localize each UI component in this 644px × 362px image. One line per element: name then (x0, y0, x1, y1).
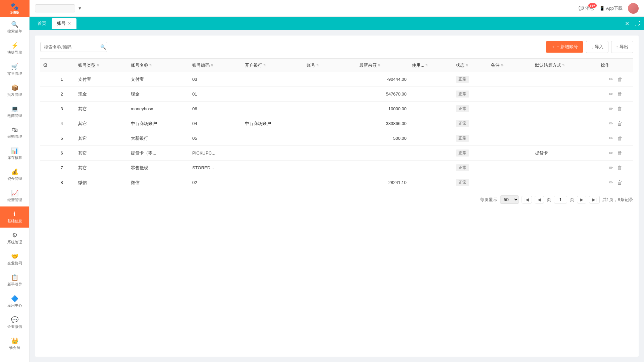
sort-bank-icon[interactable]: ⇅ (263, 63, 266, 67)
row-name-3: moneybosx (128, 102, 190, 116)
tab-account[interactable]: 账号 ✕ (52, 18, 76, 29)
row-code-5: 05 (190, 131, 242, 146)
sidebar-item-finance[interactable]: 💰 资金管理 (0, 164, 29, 185)
topbar-search-input[interactable] (38, 6, 68, 11)
table-row: 1 支付宝 支付宝 03 -90444.00 正常 ✏ 🗑 (40, 72, 633, 87)
row-note-8 (488, 175, 532, 190)
row-status-7: 正常 (453, 161, 488, 175)
row-use-4 (409, 116, 453, 131)
edit-button-2[interactable]: ✏ (607, 90, 614, 98)
row-no-8: 8 (58, 175, 75, 190)
sort-account-icon[interactable]: ⇅ (316, 63, 319, 67)
tab-account-close[interactable]: ✕ (68, 21, 71, 26)
sort-status-icon[interactable]: ⇅ (466, 63, 468, 67)
export-button[interactable]: ↑ 导出 (611, 41, 634, 53)
th-account[interactable]: 账号 ⇅ (304, 59, 357, 72)
tab-maximize-icon[interactable]: ⛶ (633, 19, 641, 28)
sort-default-icon[interactable]: ⇅ (562, 63, 565, 67)
sidebar-item-retail[interactable]: 🛒 零售管理 (0, 59, 29, 80)
sidebar-item-corpwechat[interactable]: 💬 企业微信 (0, 312, 29, 333)
sidebar-item-operation[interactable]: 📈 经营管理 (0, 185, 29, 206)
add-account-button[interactable]: ＋ + 新增账号 (546, 41, 583, 53)
edit-button-6[interactable]: ✏ (607, 149, 614, 157)
page-size-select[interactable]: 50 20 100 (500, 195, 519, 204)
row-settings-4 (40, 116, 58, 131)
topbar-dropdown[interactable]: ▼ (78, 6, 82, 11)
account-search-input[interactable] (44, 45, 100, 50)
edit-button-8[interactable]: ✏ (607, 179, 614, 186)
search-icon[interactable]: 🔍 (100, 44, 106, 50)
page-first-button[interactable]: |◀ (522, 196, 532, 203)
row-type-4: 其它 (75, 116, 128, 131)
row-status-8: 正常 (453, 175, 488, 190)
sort-balance-icon[interactable]: ⇅ (378, 63, 380, 67)
topbar-search-box[interactable] (35, 4, 75, 12)
delete-button-6[interactable]: 🗑 (616, 149, 624, 157)
sidebar-item-appcenter[interactable]: 🔷 应用中心 (0, 291, 29, 312)
sidebar-item-label: 批发管理 (7, 92, 22, 97)
th-balance[interactable]: 最新余额 ⇅ (357, 59, 409, 72)
th-code[interactable]: 账号编码 ⇅ (190, 59, 242, 72)
sidebar-item-purchase[interactable]: 🛍 采购管理 (0, 122, 29, 143)
th-default[interactable]: 默认结算方式 ⇅ (532, 59, 598, 72)
th-use[interactable]: 使用... ⇅ (409, 59, 453, 72)
sort-type-icon[interactable]: ⇅ (97, 63, 99, 67)
sidebar-item-inventory[interactable]: 📊 库存核算 (0, 143, 29, 164)
th-type[interactable]: 账号类型 ⇅ (75, 59, 128, 72)
edit-button-1[interactable]: ✏ (607, 75, 614, 83)
delete-button-1[interactable]: 🗑 (616, 76, 624, 83)
purchase-icon: 🛍 (12, 126, 18, 133)
row-status-1: 正常 (453, 72, 488, 87)
page-input[interactable] (554, 196, 567, 203)
sidebar-item-shortcut[interactable]: ⚡ 快捷导航 (0, 38, 29, 59)
import-button[interactable]: ↓ 导入 (586, 41, 608, 53)
sidebar-item-enterprise[interactable]: 🤝 企业协同 (0, 249, 29, 270)
delete-button-7[interactable]: 🗑 (616, 164, 624, 172)
page-next-button[interactable]: ▶ (577, 196, 586, 203)
app-download-button[interactable]: 📱 App下载 (599, 5, 623, 11)
edit-button-4[interactable]: ✏ (607, 120, 614, 127)
delete-button-4[interactable]: 🗑 (616, 120, 624, 127)
sort-code-icon[interactable]: ⇅ (211, 63, 213, 67)
row-balance-2: 547670.00 (357, 87, 409, 102)
message-button[interactable]: 💬 消息 99+ (579, 5, 594, 11)
delete-button-2[interactable]: 🗑 (616, 90, 624, 98)
delete-button-3[interactable]: 🗑 (616, 105, 624, 113)
settings-gear-icon[interactable]: ⚙ (43, 62, 48, 68)
edit-button-7[interactable]: ✏ (607, 164, 614, 172)
sidebar-item-wholesale[interactable]: 📦 批发管理 (0, 80, 29, 101)
sidebar-item-basic[interactable]: ℹ 基础信息 (0, 206, 29, 228)
account-search-box[interactable]: 🔍 (40, 42, 107, 52)
sort-note-icon[interactable]: ⇅ (501, 63, 503, 67)
page-toolbar: 🔍 ＋ + 新增账号 ↓ 导入 ↑ 导出 (40, 41, 633, 53)
sidebar-item-member[interactable]: 👑 畅会员 (0, 333, 29, 354)
row-balance-8: 28241.10 (357, 175, 409, 190)
edit-button-3[interactable]: ✏ (607, 105, 614, 113)
sidebar-item-label: 系统管理 (7, 240, 22, 245)
th-status[interactable]: 状态 ⇅ (453, 59, 488, 72)
sort-use-icon[interactable]: ⇅ (425, 63, 428, 67)
sidebar-item-search[interactable]: 🔍 搜索菜单 (0, 17, 29, 38)
sidebar-item-label: 新手引导 (7, 282, 22, 287)
th-name[interactable]: 账号名称 ⇅ (128, 59, 190, 72)
tab-home[interactable]: 首页 (32, 18, 52, 29)
sidebar-item-ecommerce[interactable]: 💻 电商管理 (0, 101, 29, 122)
page-prev-button[interactable]: ◀ (535, 196, 544, 203)
delete-button-8[interactable]: 🗑 (616, 179, 624, 186)
row-balance-3: 10000.00 (357, 102, 409, 116)
th-note[interactable]: 备注 ⇅ (488, 59, 532, 72)
logo-subtext: 乐惠版 (10, 10, 19, 15)
sidebar-item-label: 库存核算 (7, 155, 22, 160)
sidebar-item-system[interactable]: ⚙ 系统管理 (0, 228, 29, 249)
row-no-5: 5 (58, 131, 75, 146)
th-name-label: 账号名称 (131, 62, 148, 68)
user-avatar[interactable] (628, 3, 639, 14)
row-code-2: 01 (190, 87, 242, 102)
page-last-button[interactable]: ▶| (589, 196, 599, 203)
delete-button-5[interactable]: 🗑 (616, 135, 624, 142)
tab-minimize-icon[interactable]: ✕ (624, 19, 631, 28)
sidebar-item-guide[interactable]: 📋 新手引导 (0, 270, 29, 291)
sort-name-icon[interactable]: ⇅ (149, 63, 152, 67)
th-bank[interactable]: 开户银行 ⇅ (242, 59, 304, 72)
edit-button-5[interactable]: ✏ (607, 134, 614, 142)
